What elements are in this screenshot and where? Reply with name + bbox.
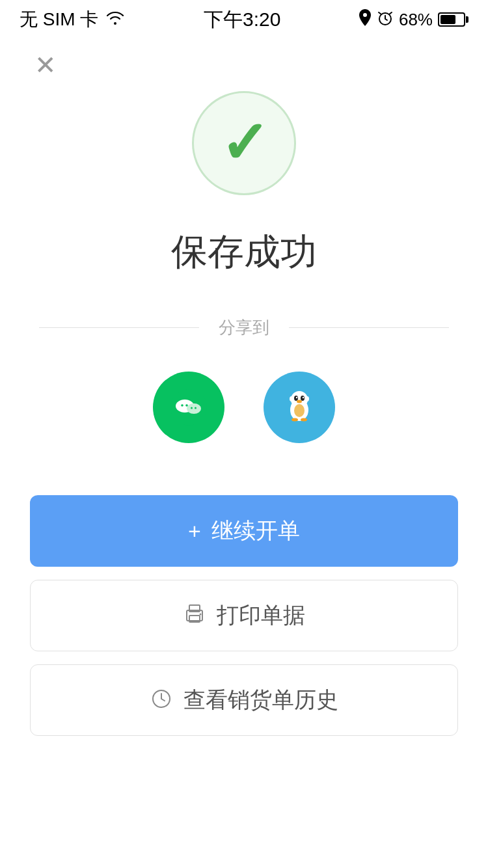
- checkmark-icon: ✓: [220, 114, 269, 172]
- svg-point-19: [290, 396, 293, 401]
- continue-button[interactable]: + 继续开单: [30, 495, 458, 567]
- divider-line-right: [289, 327, 449, 328]
- svg-point-13: [296, 397, 297, 398]
- svg-point-0: [363, 13, 367, 17]
- print-button[interactable]: 打印单据: [30, 580, 458, 651]
- qq-share-button[interactable]: [264, 372, 335, 443]
- svg-point-17: [291, 418, 298, 422]
- history-label: 查看销货单历史: [183, 685, 338, 715]
- svg-point-15: [297, 400, 302, 403]
- svg-point-8: [195, 407, 197, 409]
- svg-point-7: [191, 407, 193, 409]
- svg-point-24: [200, 613, 202, 615]
- main-content: ✓ 保存成功 分享到: [0, 39, 488, 736]
- wechat-icon: [168, 387, 210, 428]
- status-bar: 无 SIM 卡 下午3:20 68%: [0, 0, 488, 39]
- qq-icon: [278, 387, 320, 428]
- history-icon: [150, 687, 173, 714]
- svg-point-12: [301, 396, 305, 401]
- action-buttons: + 继续开单 打印单据 查看销货单历史: [0, 495, 488, 736]
- svg-point-20: [305, 396, 309, 401]
- svg-point-11: [294, 396, 298, 401]
- wechat-share-button[interactable]: [153, 372, 224, 443]
- share-divider: 分享到: [0, 316, 488, 339]
- status-time: 下午3:20: [204, 7, 280, 33]
- svg-point-6: [185, 404, 188, 407]
- status-right: 68%: [359, 9, 468, 31]
- close-icon: ✕: [34, 52, 57, 78]
- svg-point-14: [303, 397, 304, 398]
- success-icon-circle: ✓: [192, 91, 296, 195]
- battery-icon: [438, 12, 468, 27]
- status-left: 无 SIM 卡: [20, 7, 126, 32]
- alarm-icon: [377, 9, 394, 31]
- divider-line-left: [39, 327, 199, 328]
- location-icon: [359, 9, 372, 31]
- close-button[interactable]: ✕: [26, 46, 65, 85]
- svg-point-4: [187, 403, 201, 414]
- continue-label: 继续开单: [211, 516, 300, 546]
- svg-point-5: [181, 404, 183, 407]
- share-divider-text: 分享到: [199, 316, 289, 339]
- wifi-icon: [105, 9, 126, 30]
- svg-point-16: [294, 404, 305, 417]
- share-icons-row: [153, 372, 335, 443]
- battery-percent: 68%: [399, 10, 433, 30]
- carrier-text: 无 SIM 卡: [20, 7, 98, 32]
- continue-icon: +: [188, 520, 201, 542]
- success-title: 保存成功: [171, 228, 317, 277]
- svg-point-18: [301, 418, 307, 422]
- history-button[interactable]: 查看销货单历史: [30, 664, 458, 736]
- print-icon: [183, 603, 206, 629]
- print-label: 打印单据: [217, 601, 305, 631]
